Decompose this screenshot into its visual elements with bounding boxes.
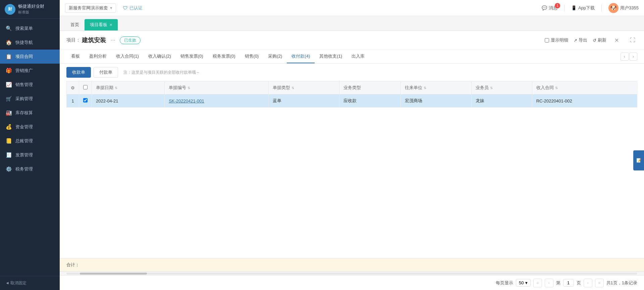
nav-label-ledger: 总账管理 <box>15 138 33 144</box>
sec-tab-income-contract[interactable]: 收入合同(1) <box>111 50 144 63</box>
sec-tab-sales[interactable]: 销售(0) <box>240 50 264 63</box>
nav-label-tax: 税务管理 <box>15 166 33 172</box>
sec-tab-income-confirm[interactable]: 收入确认(2) <box>144 50 176 63</box>
sidebar-item-search[interactable]: 🔍搜索菜单 <box>0 21 60 35</box>
th-partner[interactable]: 往来单位⇅ <box>401 81 472 94</box>
page-next-button[interactable]: › <box>584 279 592 287</box>
sec-tab-purchase[interactable]: 采购(2) <box>263 50 287 63</box>
select-all-checkbox[interactable] <box>83 85 88 89</box>
project-name: 建筑安装 <box>82 36 106 44</box>
sidebar-item-tax[interactable]: ⚙️税务管理 <box>0 162 60 176</box>
sidebar-item-invoice[interactable]: 🧾发票管理 <box>0 148 60 162</box>
expand-button[interactable]: ⛶ <box>628 35 637 45</box>
tab-close-icon[interactable]: ✕ <box>109 23 112 27</box>
sec-tab-kanban[interactable]: 看板 <box>66 50 85 63</box>
project-status-badge: 已生效 <box>120 37 141 44</box>
page-last-button[interactable]: » <box>595 279 604 287</box>
nav-icon-funds: 💰 <box>5 124 12 130</box>
tab-bar: 首页 项目看板 ✕ <box>60 16 644 31</box>
user-menu[interactable]: 🐶 用户3355 <box>608 3 639 13</box>
message-badge: 1 <box>555 3 560 8</box>
row-checkbox-0[interactable] <box>83 98 88 102</box>
table-row[interactable]: 1 2022-04-21 SK-20220421-001 蓝单 应收款 宏茂商场… <box>67 94 637 107</box>
receipt-tab-button[interactable]: 收款单 <box>66 67 91 78</box>
cell-checkbox-0[interactable] <box>79 94 92 107</box>
sec-tab-sales-invoice[interactable]: 销售发票(0) <box>176 50 208 63</box>
nav-icon-inventory: 🏭 <box>5 110 12 116</box>
chevron-down-icon: ▾ <box>110 5 112 10</box>
show-detail-checkbox[interactable]: 显示明细 <box>545 37 568 43</box>
payment-tab-button[interactable]: 付款单 <box>94 67 118 78</box>
topbar-right: 💬 消息 1 📱 App下载 🐶 用户3355 <box>542 3 639 13</box>
tab-home[interactable]: 首页 <box>65 19 85 30</box>
sec-tab-prev-button[interactable]: ‹ <box>621 53 629 61</box>
sidebar-item-marketing[interactable]: 🎁营销推广 <box>0 64 60 78</box>
th-income-contract[interactable]: 收入合同⇅ <box>532 81 637 94</box>
scrollbar-thumb[interactable] <box>80 273 147 275</box>
sec-tab-other[interactable]: 其他收支(1) <box>315 50 347 63</box>
app-download-button[interactable]: 📱 App下载 <box>571 5 595 11</box>
project-header: 项目： 建筑安装 ··· 已生效 显示明细 ↗ 导出 ↺ 刷新 ✕ ⛶ <box>60 31 644 50</box>
sec-tab-stock[interactable]: 出入库 <box>347 50 369 63</box>
sidebar-item-project[interactable]: 📋项目合同 <box>0 50 60 64</box>
demo-account-selector[interactable]: 新服务官网演示账套 ▾ <box>65 3 116 13</box>
table-header-row: ⚙ 单据日期⇅ 单据编号⇅ 单据类型⇅ 业务类型 往来单位⇅ 业务员⇅ 收入合同… <box>67 81 637 94</box>
sec-tab-nav: ‹ › <box>621 53 637 61</box>
horizontal-scrollbar[interactable] <box>60 271 644 275</box>
doc-number-link-0[interactable]: SK-20220421-001 <box>169 98 204 103</box>
cell-biz-type-0: 应收款 <box>339 94 401 107</box>
message-button[interactable]: 💬 消息 1 <box>542 5 557 11</box>
th-settings[interactable]: ⚙ <box>67 81 79 94</box>
sec-tab-tax-invoice[interactable]: 税务发票(0) <box>208 50 240 63</box>
page-label: 第 <box>556 280 560 286</box>
feedback-icon: 📝 <box>636 158 641 163</box>
sidebar-item-quick[interactable]: 🏠快捷导航 <box>0 35 60 50</box>
page-prev-button[interactable]: ‹ <box>545 279 553 287</box>
refresh-button[interactable]: ↺ 刷新 <box>593 37 606 43</box>
topbar-divider2 <box>601 5 602 11</box>
nav-icon-search: 🔍 <box>5 25 12 32</box>
cell-number-0[interactable]: SK-20220421-001 <box>165 94 269 107</box>
topbar: 新服务官网演示账套 ▾ 🛡 已认证 💬 消息 1 📱 App下载 🐶 用户335… <box>60 0 644 16</box>
feedback-button[interactable]: 📝 <box>633 150 644 170</box>
page-size-chevron-icon: ▾ <box>525 280 528 285</box>
tab-project-board[interactable]: 项目看板 ✕ <box>85 19 118 30</box>
nav-label-invoice: 发票管理 <box>15 152 33 158</box>
sidebar-unpin-button[interactable]: ◄ 取消固定 <box>0 276 60 290</box>
project-more-button[interactable]: ··· <box>111 37 115 43</box>
nav-icon-sales: 📈 <box>5 81 12 88</box>
th-number[interactable]: 单据编号⇅ <box>165 81 269 94</box>
nav-icon-ledger: 📒 <box>5 138 12 144</box>
sidebar-item-ledger[interactable]: 📒总账管理 <box>0 134 60 148</box>
page-size-select[interactable]: 50 ▾ <box>516 279 530 287</box>
export-button[interactable]: ↗ 导出 <box>574 37 587 43</box>
pagination: 每页显示 50 ▾ « ‹ 第 页 › » 共1页，1条记录 <box>60 275 644 290</box>
cell-salesman-0: 龙妹 <box>472 94 532 107</box>
sidebar-item-purchase[interactable]: 🛒采购管理 <box>0 92 60 106</box>
sec-tab-payment[interactable]: 收付款(4) <box>287 50 315 63</box>
sec-tab-profit[interactable]: 盈利分析 <box>85 50 111 63</box>
show-detail-input[interactable] <box>545 38 549 43</box>
th-salesman[interactable]: 业务员⇅ <box>472 81 532 94</box>
page-number-input[interactable] <box>563 279 574 287</box>
shield-icon: 🛡 <box>123 5 128 11</box>
sidebar-item-inventory[interactable]: 🏭库存核算 <box>0 106 60 120</box>
nav-label-funds: 资金管理 <box>15 124 33 130</box>
th-date[interactable]: 单据日期⇅ <box>92 81 165 94</box>
sidebar-header: 财 畅捷通好业财 标准版 <box>0 0 60 19</box>
close-button[interactable]: ✕ <box>612 35 621 45</box>
export-label: 导出 <box>579 37 587 43</box>
th-checkbox[interactable] <box>79 81 92 94</box>
sec-tab-next-button[interactable]: › <box>629 53 637 61</box>
content-area: 项目： 建筑安装 ··· 已生效 显示明细 ↗ 导出 ↺ 刷新 ✕ ⛶ <box>60 31 644 290</box>
app-edition: 标准版 <box>18 10 44 15</box>
refresh-icon: ↺ <box>593 38 596 43</box>
nav-icon-quick: 🏠 <box>5 39 12 46</box>
project-actions: 显示明细 ↗ 导出 ↺ 刷新 ✕ ⛶ <box>545 35 637 45</box>
tab-home-label: 首页 <box>70 22 79 28</box>
th-biz-type: 业务类型 <box>339 81 401 94</box>
page-first-button[interactable]: « <box>533 279 542 287</box>
th-type[interactable]: 单据类型⇅ <box>269 81 339 94</box>
sidebar-item-funds[interactable]: 💰资金管理 <box>0 120 60 134</box>
sidebar-item-sales[interactable]: 📈销售管理 <box>0 78 60 92</box>
